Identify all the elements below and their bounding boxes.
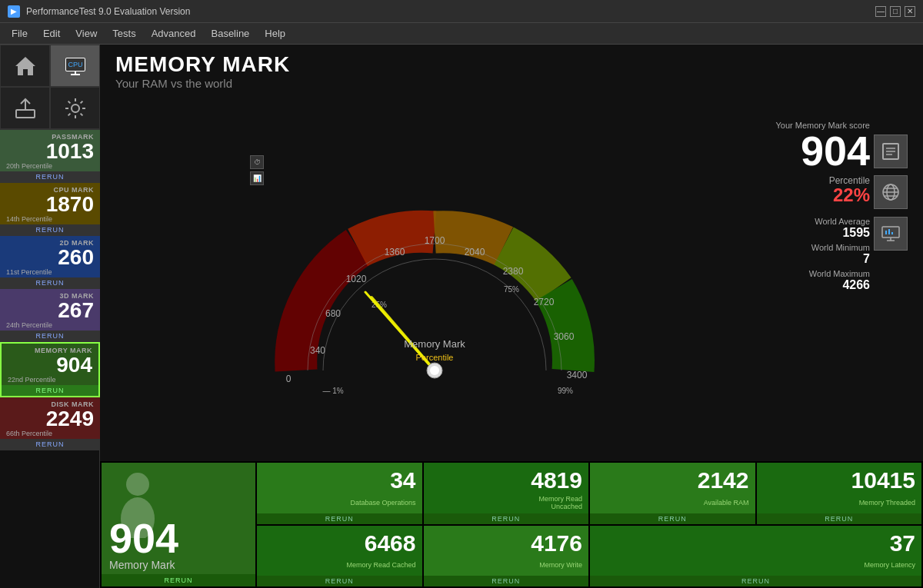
- metric-db-ops-rerun[interactable]: RERUN: [257, 513, 422, 524]
- minimize-button[interactable]: —: [875, 6, 886, 17]
- metric-mem-threaded-value: 10415: [851, 467, 915, 493]
- home-icon-btn[interactable]: [0, 45, 50, 87]
- metric-mem-read-cached-name: Memory Read Cached: [346, 561, 415, 569]
- settings-icon-btn[interactable]: [50, 87, 100, 129]
- svg-text:1700: 1700: [425, 235, 445, 246]
- metric-mem-write-value: 4176: [531, 530, 582, 556]
- page-title: MEMORY MARK: [115, 52, 908, 77]
- app-icon: ▶: [8, 5, 20, 18]
- menu-view[interactable]: View: [68, 25, 105, 42]
- 3d-rerun[interactable]: RERUN: [0, 331, 100, 341]
- monitor-icon-btn[interactable]: CPU: [50, 45, 100, 87]
- 2d-value: 260: [6, 247, 94, 268]
- metric-mem-read-uncached-rerun[interactable]: RERUN: [424, 513, 589, 524]
- world-maximum-value: 4266: [769, 278, 870, 292]
- world-maximum-label: World Maximum: [769, 269, 870, 278]
- window-controls[interactable]: — □ ✕: [875, 6, 915, 17]
- metric-db-ops: 34 Database Operations RERUN: [257, 463, 422, 524]
- metric-avail-ram-name: Available RAM: [704, 499, 749, 507]
- upload-icon-btn[interactable]: [0, 87, 50, 129]
- metric-mem-latency-value: 37: [890, 530, 915, 556]
- nav-icons: CPU: [0, 45, 99, 130]
- cpu-value: 1870: [6, 194, 94, 215]
- svg-text:3400: 3400: [567, 370, 588, 380]
- svg-text:0: 0: [286, 374, 292, 384]
- memory-mark-big-card[interactable]: 904 Memory Mark RERUN: [102, 463, 255, 586]
- 3d-card[interactable]: 3D MARK 267 24th Percentile RERUN: [0, 289, 100, 342]
- memory-value: 904: [8, 354, 92, 376]
- svg-text:340: 340: [310, 345, 325, 356]
- menu-tests[interactable]: Tests: [105, 25, 143, 42]
- disk-value: 2249: [6, 408, 94, 430]
- 3d-percentile: 24th Percentile: [6, 321, 94, 329]
- metric-mem-latency: 37 Memory Latency RERUN: [590, 526, 921, 587]
- metric-mem-latency-rerun[interactable]: RERUN: [590, 576, 921, 586]
- menu-help[interactable]: Help: [257, 25, 293, 42]
- disk-rerun[interactable]: RERUN: [0, 439, 100, 450]
- page-subtitle: Your RAM vs the world: [115, 77, 908, 90]
- content-area: MEMORY MARK Your RAM vs the world ⏱ 📊: [100, 45, 923, 588]
- svg-rect-38: [882, 227, 899, 238]
- big-card-rerun[interactable]: RERUN: [102, 574, 255, 586]
- metric-avail-ram-rerun[interactable]: RERUN: [590, 513, 755, 524]
- disk-percentile: 66th Percentile: [6, 430, 94, 437]
- metric-mem-write-rerun[interactable]: RERUN: [424, 576, 589, 586]
- main-score: 904: [769, 130, 870, 171]
- metric-db-ops-name: Database Operations: [350, 499, 415, 507]
- world-minimum-label: World Minimum: [769, 243, 870, 252]
- metrics-grid: 34 Database Operations RERUN 4819 Memory…: [257, 463, 921, 586]
- results-icon-btn[interactable]: [874, 135, 908, 168]
- svg-text:99%: 99%: [558, 387, 573, 395]
- metric-mem-threaded: 10415 Memory Threaded RERUN: [757, 463, 922, 524]
- cpu-rerun[interactable]: RERUN: [0, 224, 100, 235]
- 2d-card[interactable]: 2D MARK 260 11st Percentile RERUN: [0, 236, 100, 289]
- passmark-rerun[interactable]: RERUN: [0, 171, 100, 182]
- menu-file[interactable]: File: [4, 25, 35, 42]
- 2d-rerun[interactable]: RERUN: [0, 277, 100, 288]
- menu-advanced[interactable]: Advanced: [144, 25, 204, 42]
- chart-area: ⏱ 📊: [100, 98, 923, 461]
- maximize-button[interactable]: □: [890, 6, 901, 17]
- passmark-percentile: 20th Percentile: [6, 162, 94, 170]
- svg-point-26: [430, 366, 439, 375]
- metric-mem-threaded-name: Memory Threaded: [859, 499, 915, 507]
- monitor2-icon-btn[interactable]: [874, 217, 908, 251]
- disk-card[interactable]: DISK MARK 2249 66th Percentile RERUN: [0, 397, 100, 450]
- metric-mem-read-uncached-name: Memory ReadUncached: [538, 495, 582, 510]
- passmark-card[interactable]: PASSMARK 1013 20th Percentile RERUN: [0, 130, 100, 183]
- svg-text:— 1%: — 1%: [322, 387, 343, 395]
- metric-mem-threaded-rerun[interactable]: RERUN: [757, 513, 922, 524]
- gauge-svg: 0 340 680 1020 1360 1700 2040: [250, 155, 619, 401]
- world-average-value: 1595: [769, 226, 870, 240]
- bottom-cards: 904 Memory Mark RERUN 34 Database Operat…: [100, 461, 923, 588]
- memory-percentile: 22nd Percentile: [8, 376, 92, 384]
- world-average-label: World Average: [769, 217, 870, 226]
- memory-rerun[interactable]: RERUN: [2, 385, 98, 396]
- metric-avail-ram-value: 2142: [698, 467, 749, 493]
- memory-card[interactable]: MEMORY MARK 904 22nd Percentile RERUN: [0, 342, 100, 397]
- metric-mem-read-uncached: 4819 Memory ReadUncached RERUN: [424, 463, 589, 524]
- svg-rect-5: [16, 110, 35, 118]
- cpu-card[interactable]: CPU MARK 1870 14th Percentile RERUN: [0, 183, 100, 236]
- menu-edit[interactable]: Edit: [35, 25, 68, 42]
- metric-mem-write-name: Memory Write: [539, 561, 582, 569]
- metric-mem-read-cached-rerun[interactable]: RERUN: [257, 576, 422, 586]
- gauge-icon-clock[interactable]: ⏱: [250, 155, 264, 169]
- globe-icon-btn[interactable]: [874, 175, 908, 209]
- gauge-icon-chart[interactable]: 📊: [250, 171, 264, 185]
- menu-baseline[interactable]: Baseline: [203, 25, 257, 42]
- metric-avail-ram: 2142 Available RAM RERUN: [590, 463, 755, 524]
- app-title: PerformanceTest 9.0 Evaluation Version: [26, 6, 875, 17]
- gauge-container: ⏱ 📊: [108, 98, 761, 461]
- metric-mem-latency-name: Memory Latency: [864, 561, 915, 569]
- close-button[interactable]: ✕: [905, 6, 915, 17]
- percentile-value: 22%: [769, 186, 870, 204]
- title-bar: ▶ PerformanceTest 9.0 Evaluation Version…: [0, 0, 923, 23]
- passmark-value: 1013: [6, 141, 94, 162]
- svg-text:Memory Mark: Memory Mark: [404, 338, 465, 350]
- svg-text:1020: 1020: [346, 274, 367, 284]
- svg-text:Percentile: Percentile: [416, 353, 454, 362]
- metric-db-ops-value: 34: [390, 467, 415, 493]
- big-card-label: Memory Mark: [109, 559, 175, 571]
- menu-bar: File Edit View Tests Advanced Baseline H…: [0, 23, 923, 45]
